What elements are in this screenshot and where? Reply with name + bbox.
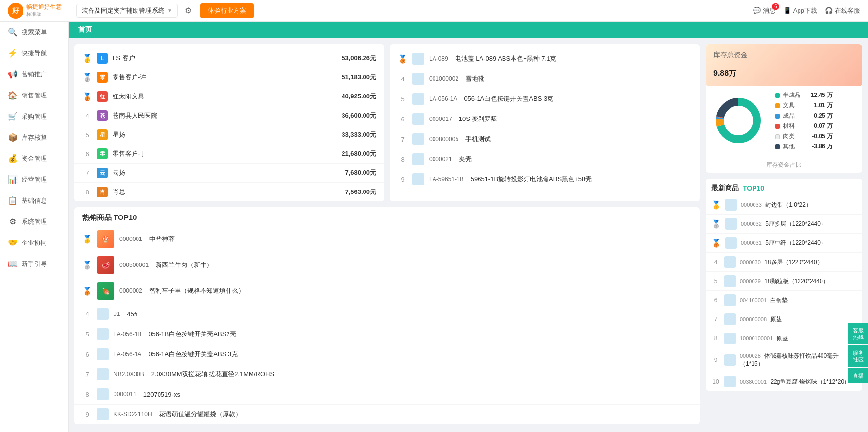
hot-name-4: 45# xyxy=(127,311,692,318)
sidebar-item-basic[interactable]: 📋 基础信息 xyxy=(0,190,68,211)
sidebar-item-sales[interactable]: 🏠 销售管理 xyxy=(0,85,68,106)
legend-dot-3 xyxy=(775,124,780,129)
new-code-1: 0000033 xyxy=(741,202,762,208)
hot-name-6: 056-1A白色按键开关盖ABS 3克 xyxy=(148,350,692,359)
product-thumb-r7 xyxy=(412,133,424,145)
new-medal-gold-icon: 🥇 xyxy=(711,200,721,210)
new-info-6: 004100001 白钢垫 xyxy=(740,296,856,305)
legend-item-3: 材料 0.07 万 xyxy=(775,122,833,130)
logo-text-wrap: 畅捷通好生意 标准版 xyxy=(26,3,62,18)
rank-8-r: 8 xyxy=(398,156,408,163)
online-service-button[interactable]: 🎧 在线客服 xyxy=(825,6,860,15)
message-button[interactable]: 💬 消息 6 xyxy=(753,6,776,15)
new-name-4: 18多层（1220*2440） xyxy=(764,259,822,265)
sidebar-item-finance[interactable]: 💰 资金管理 xyxy=(0,148,68,169)
customer-row-8: 8 肖 肖总 7,563.00元 xyxy=(74,183,384,201)
rank-9-r: 9 xyxy=(398,176,408,183)
legend-value-4: -0.05 万 xyxy=(803,132,833,141)
hot-code-5: LA-056-1B xyxy=(114,331,141,337)
chart-icon: 📊 xyxy=(8,175,18,184)
app-download-button[interactable]: 📱 App下载 xyxy=(783,6,817,15)
sidebar-item-collab[interactable]: 🤝 企业协同 xyxy=(0,232,68,253)
sidebar-item-marketing[interactable]: 📢 营销推广 xyxy=(0,64,68,85)
hot-name-2: 新西兰牛肉（新牛） xyxy=(156,261,692,269)
system-selector[interactable]: 装备及固定资产辅助管理系统 ▼ xyxy=(76,4,178,18)
sidebar-label-sales: 销售管理 xyxy=(22,91,47,100)
float-btn-service[interactable]: 客服热线 xyxy=(848,323,868,345)
customer-row-6: 6 零 零售客户-于 21,680.00元 xyxy=(74,144,384,164)
customer-name-1: LS 客户 xyxy=(113,54,337,63)
topbar: 好 畅捷通好生意 标准版 装备及固定资产辅助管理系统 ▼ ⚙ 体验行业方案 💬 … xyxy=(0,0,868,22)
top-row: 🥇 L LS 客户 53,006.26元 🥈 零 零售客户-许 51,183.0… xyxy=(74,44,700,201)
logo-area: 好 畅捷通好生意 标准版 xyxy=(8,3,76,19)
sidebar-item-nav[interactable]: ⚡ 快捷导航 xyxy=(0,43,68,64)
cart-icon: 🛒 xyxy=(8,112,18,121)
product-code-r7: 000800005 xyxy=(429,136,458,143)
new-row-1: 🥇 0000033 封边带（1.0*22） xyxy=(706,195,862,215)
legend-value-5: -3.86 万 xyxy=(803,143,833,151)
sidebar-item-search[interactable]: 🔍 搜索菜单 xyxy=(0,22,68,43)
customer-row-5: 5 星 星扬 33,333.00元 xyxy=(74,125,384,144)
new-code-10: 003800001 xyxy=(740,379,767,384)
donut-chart: 半成品 12.45 万 文具 1.01 万 成品 0 xyxy=(706,91,862,156)
sidebar-item-operation[interactable]: 📊 经营管理 xyxy=(0,169,68,190)
customer-amount-7: 7,680.00元 xyxy=(345,168,376,177)
new-medal-bronze-icon: 🥉 xyxy=(711,239,721,248)
medal-bronze-2-icon: 🥉 xyxy=(398,54,408,64)
hot-right-row-9: 9 LA-59651-1B 59651-1B旋转投影灯电池盒ABS黑色+58壳 xyxy=(390,169,700,189)
new-info-9: 0000028 体碱嘉核味苏打饮品400毫升（1*15） xyxy=(740,352,856,368)
flash-icon: ⚡ xyxy=(8,48,18,58)
hot-right-row-4: 4 001000002 雪地靴 xyxy=(390,69,700,89)
sidebar-item-guide[interactable]: 📖 新手引导 xyxy=(0,253,68,274)
sidebar-label-collab: 企业协同 xyxy=(22,239,47,247)
hot-products-label: 热销商品 TOP10 xyxy=(82,213,137,221)
new-row-3: 🥉 0000031 5厘中纤（1220*2440） xyxy=(706,234,862,253)
new-products-title: 最新商品 xyxy=(711,184,739,192)
new-name-7: 原茎 xyxy=(770,316,782,323)
hot-name-1: 中华神蓉 xyxy=(149,235,692,243)
legend-dot-1 xyxy=(775,103,780,108)
legend-label-5: 其他 xyxy=(783,143,800,151)
hot-rank-8: 8 xyxy=(82,391,92,398)
product-thumb-r5 xyxy=(412,93,424,105)
settings-icon[interactable]: ⚙ xyxy=(181,3,196,19)
product-name-r7: 手机测试 xyxy=(465,135,692,144)
trial-button[interactable]: 体验行业方案 xyxy=(200,3,254,18)
hot-products-right-card: 🥉 LA-089 电池盖 LA-089 ABS本色+黑种 7.1克 4 0010… xyxy=(390,44,700,201)
new-thumb-7 xyxy=(724,313,736,325)
new-thumb-3 xyxy=(725,237,737,249)
new-code-5: 0000029 xyxy=(740,278,761,284)
sidebar-item-purchase[interactable]: 🛒 采购管理 xyxy=(0,106,68,127)
sidebar-item-inventory[interactable]: 📦 库存核算 xyxy=(0,127,68,148)
product-thumb-r6 xyxy=(412,113,424,125)
phone-icon: 📱 xyxy=(783,7,791,14)
logo-text: 畅捷通好生意 xyxy=(26,3,62,11)
customer-name-6: 零售客户-于 xyxy=(113,149,337,158)
float-btn-live[interactable]: 直播 xyxy=(848,368,868,383)
hot-medal-silver-icon: 🥈 xyxy=(82,261,92,270)
hot-code-2: 000500001 xyxy=(119,262,149,268)
medal-gold-icon: 🥇 xyxy=(82,54,92,63)
customer-amount-2: 51,183.00元 xyxy=(342,73,376,82)
legend-label-4: 肉类 xyxy=(783,132,800,141)
hot-products-right-list: 🥉 LA-089 电池盖 LA-089 ABS本色+黑种 7.1克 4 0010… xyxy=(390,49,700,189)
sidebar-label-basic: 基础信息 xyxy=(22,196,47,205)
sidebar-item-system[interactable]: ⚙ 系统管理 xyxy=(0,211,68,232)
legend-label-0: 半成品 xyxy=(783,91,800,99)
float-btn-community[interactable]: 服务社区 xyxy=(848,345,868,367)
hot-rank-9: 9 xyxy=(82,411,92,418)
new-name-3: 5厘中纤（1220*2440） xyxy=(765,240,826,246)
customer-row-7: 7 云 云扬 7,680.00元 xyxy=(74,164,384,183)
new-thumb-4 xyxy=(724,256,736,268)
product-img-8 xyxy=(97,388,109,400)
customer-ranking-table: 🥇 L LS 客户 53,006.26元 🥈 零 零售客户-许 51,183.0… xyxy=(74,49,384,201)
product-code-r3: LA-089 xyxy=(429,55,448,62)
topbar-right: 💬 消息 6 📱 App下载 🎧 在线客服 xyxy=(753,6,860,15)
customer-name-3: 红太阳文具 xyxy=(113,92,337,101)
medal-bronze-icon: 🥉 xyxy=(82,92,92,101)
new-row-6: 6 004100001 白钢垫 xyxy=(706,291,862,310)
product-img-3: 🍖 xyxy=(97,282,114,300)
sidebar-label-nav: 快捷导航 xyxy=(22,49,47,58)
home-tab[interactable]: 首页 xyxy=(78,25,92,34)
donut-svg xyxy=(711,94,765,149)
